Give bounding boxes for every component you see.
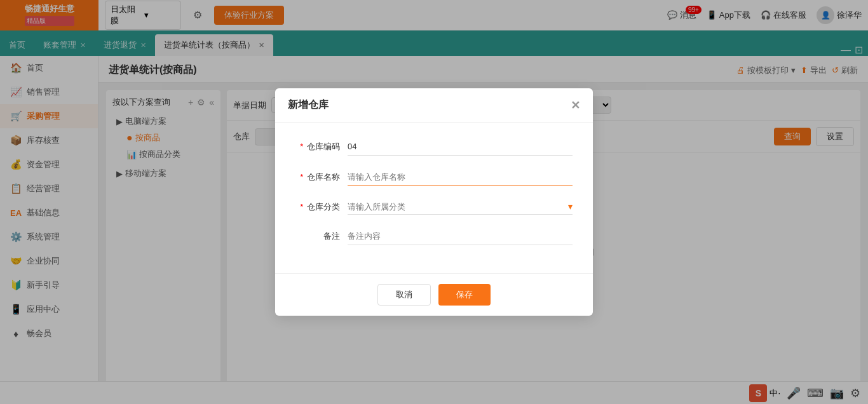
modal-footer: 取消 保存 bbox=[275, 273, 593, 316]
modal-overlay: 新增仓库 ✕ * 仓库编码 * 仓库名称 bbox=[0, 0, 868, 404]
form-row-code: * 仓库编码 bbox=[295, 138, 573, 156]
note-label: 备注 bbox=[295, 231, 340, 242]
form-row-note: 备注 bbox=[295, 227, 573, 245]
category-label: * 仓库分类 bbox=[295, 201, 340, 213]
code-label: * 仓库编码 bbox=[295, 141, 340, 152]
modal-close-button[interactable]: ✕ bbox=[571, 100, 580, 111]
name-label: * 仓库名称 bbox=[295, 172, 340, 183]
modal-header: 新增仓库 ✕ bbox=[275, 88, 593, 123]
cancel-button[interactable]: 取消 bbox=[377, 284, 431, 306]
save-button[interactable]: 保存 bbox=[438, 284, 491, 306]
name-input[interactable] bbox=[348, 168, 573, 186]
modal-body: * 仓库编码 * 仓库名称 * 仓库分类 bbox=[275, 123, 593, 273]
category-select-wrap[interactable]: ▾ bbox=[348, 199, 573, 215]
category-required-star: * bbox=[300, 202, 303, 212]
form-row-name: * 仓库名称 bbox=[295, 168, 573, 186]
note-input[interactable] bbox=[348, 227, 573, 245]
modal-new-warehouse: 新增仓库 ✕ * 仓库编码 * 仓库名称 bbox=[275, 88, 593, 316]
modal-title: 新增仓库 bbox=[288, 98, 329, 112]
code-input[interactable] bbox=[348, 138, 573, 156]
code-required-star: * bbox=[300, 142, 303, 151]
category-select-input[interactable] bbox=[348, 202, 568, 212]
category-dropdown-icon[interactable]: ▾ bbox=[568, 201, 573, 212]
form-row-category: * 仓库分类 ▾ bbox=[295, 199, 573, 215]
name-required-star: * bbox=[300, 172, 303, 182]
